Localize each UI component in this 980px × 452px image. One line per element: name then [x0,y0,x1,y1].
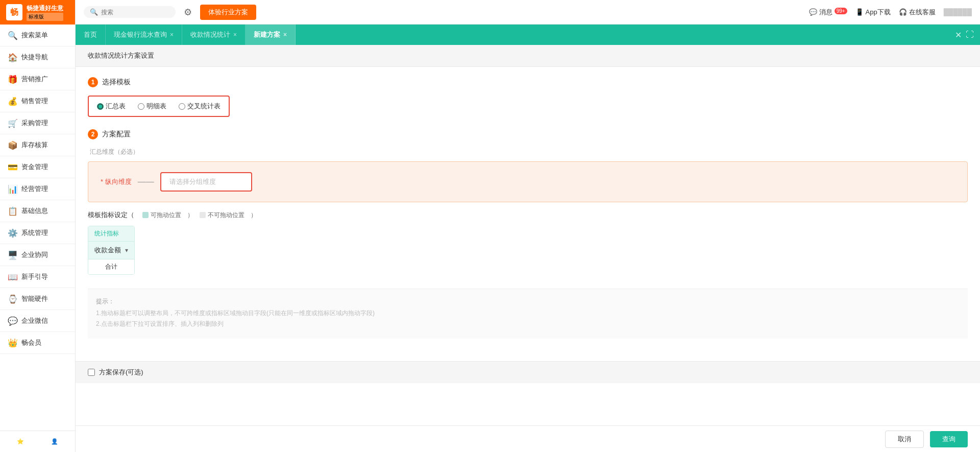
operations-icon: 📊 [8,184,17,194]
radio-detail-label: 明细表 [146,102,166,111]
download-icon: 📱 [855,8,864,16]
service-btn[interactable]: 🎧 在线客服 [899,8,936,17]
sidebar-item-sales[interactable]: 💰 销售管理 [0,90,75,112]
sidebar: 畅 畅捷通好生意 标准版 🔍 搜索菜单 🏠 快捷导航 🎁 营销推广 💰 销售管理… [0,0,76,452]
cancel-button[interactable]: 取消 [885,431,924,448]
metrics-section: 模板指标设定（ 可拖动位置 ） 不可拖动位置 [88,210,968,276]
search-icon: 🔍 [90,8,98,16]
step2-header: 2 方案配置 [88,129,968,139]
save-label: 方案保存(可选) [99,368,143,377]
tab-newplan-close[interactable]: × [283,31,287,38]
message-icon: 💬 [809,8,817,16]
logo-text: 畅捷通好生意 标准版 [27,4,63,21]
sidebar-item-operations[interactable]: 📊 经营管理 [0,178,75,200]
save-section: 方案保存(可选) [76,361,980,383]
sidebar-item-guide[interactable]: 📖 新手引导 [0,266,75,288]
tab-cashflow-label: 现金银行流水查询 [114,30,167,39]
stats-cell-text: 收款金额 [94,246,121,255]
sidebar-item-label: 销售管理 [21,97,48,106]
finance-icon: 💳 [8,162,17,172]
footer-bar: 取消 查询 [76,425,980,452]
tab-receipt[interactable]: 收款情况统计 × [182,25,246,45]
sidebar-item-search[interactable]: 🔍 搜索菜单 [0,25,75,46]
step2-title: 方案配置 [102,130,131,139]
sidebar-item-label: 库存核算 [21,140,48,150]
user-btn[interactable]: ██████ [944,8,972,16]
radio-cross[interactable]: 交叉统计表 [179,102,220,111]
message-count: 99+ [835,8,847,14]
sidebar-item-corp[interactable]: 🖥️ 企业协同 [0,244,75,266]
tips-item-1: 1.拖动标题栏可以调整布局，不可跨维度或指标区域拖动目字段(只能在同一维度或指标… [96,309,960,318]
stats-table-cell[interactable]: 收款金额 ▾ [88,242,134,259]
tabs-actions: ✕ ⛶ [949,30,980,40]
sidebar-item-basic[interactable]: 📋 基础信息 [0,200,75,222]
sidebar-item-quicknav[interactable]: 🏠 快捷导航 [0,46,75,68]
tab-expand-icon[interactable]: ⛶ [966,30,974,39]
sidebar-item-wechat[interactable]: 💬 企业微信 [0,310,75,332]
radio-summary-input[interactable] [97,103,104,110]
tips-item-2: 2.点击标题栏下拉可设置排序、插入列和删除列 [96,320,960,328]
sidebar-logo: 畅 畅捷通好生意 标准版 [0,0,75,25]
tab-close-all-icon[interactable]: ✕ [955,30,962,40]
wechat-icon: 💬 [8,316,17,325]
step1-section: 1 选择模板 汇总表 明细表 [88,77,968,117]
sidebar-item-label: 新手引导 [21,272,48,281]
message-btn[interactable]: 💬 消息 99+ [809,8,847,17]
sidebar-item-system[interactable]: ⚙️ 系统管理 [0,222,75,244]
tips-section: 提示： 1.拖动标题栏可以调整布局，不可跨维度或指标区域拖动目字段(只能在同一维… [88,289,968,339]
metrics-legend: 可拖动位置 ） 不可拖动位置 ） [142,211,257,220]
industry-btn[interactable]: 体验行业方案 [200,5,256,20]
marketing-icon: 🎁 [8,75,17,84]
page-body: 1 选择模板 汇总表 明细表 [76,67,980,361]
tips-title: 提示： [96,297,960,306]
stats-table: 统计指标 收款金额 ▾ 合计 [88,226,135,275]
sidebar-item-marketing[interactable]: 🎁 营销推广 [0,68,75,90]
vertical-dimension-label: * 纵向维度 [101,177,132,186]
dimension-row: * 纵向维度 —— 请选择分组维度 [101,172,955,192]
dimension-select[interactable]: 请选择分组维度 [160,172,252,192]
tab-cashflow[interactable]: 现金银行流水查询 × [106,25,182,45]
tab-cashflow-close[interactable]: × [170,31,174,38]
sidebar-item-label: 企业微信 [21,316,48,325]
metrics-separator: ） [187,211,193,220]
corp-icon: 🖥️ [8,250,17,259]
search-box[interactable]: 🔍 [84,6,176,18]
system-icon: ⚙️ [8,228,17,237]
sidebar-item-label: 经营管理 [21,184,48,194]
sidebar-item-purchase[interactable]: 🛒 采购管理 [0,112,75,134]
sidebar-item-label: 智能硬件 [21,294,48,303]
sidebar-item-hardware[interactable]: ⌚ 智能硬件 [0,288,75,310]
member-icon: 👑 [8,338,17,347]
logo-icon: 畅 [6,4,22,20]
tab-newplan[interactable]: 新建方案 × [246,25,296,45]
radio-summary[interactable]: 汇总表 [97,102,126,111]
sidebar-item-label: 资金管理 [21,162,48,172]
step1-title: 选择模板 [102,78,131,87]
settings-icon[interactable]: ⚙ [184,7,192,18]
sidebar-bottom-btn2[interactable]: 👤 [39,435,71,448]
tab-home[interactable]: 首页 [76,25,106,45]
query-button[interactable]: 查询 [930,431,968,447]
search-input[interactable] [101,9,169,16]
template-selection: 汇总表 明细表 交叉统计表 [88,96,230,117]
page-header: 收款情况统计方案设置 [76,45,980,67]
legend-draggable-dot [142,212,149,218]
radio-cross-input[interactable] [179,103,185,110]
sidebar-item-inventory[interactable]: 📦 库存核算 [0,134,75,156]
sidebar-bottom-btn1[interactable]: ⭐ [4,435,37,448]
sidebar-item-label: 基础信息 [21,206,48,216]
sidebar-item-member[interactable]: 👑 畅会员 [0,332,75,354]
sidebar-item-finance[interactable]: 💳 资金管理 [0,156,75,178]
step2-number: 2 [88,129,98,139]
sidebar-item-label: 采购管理 [21,118,48,128]
stats-dropdown-icon[interactable]: ▾ [125,247,128,254]
message-label: 消息 [819,8,832,17]
download-btn[interactable]: 📱 App下载 [855,8,891,17]
save-checkbox[interactable] [88,369,95,376]
basic-icon: 📋 [8,206,17,216]
download-label: App下载 [866,8,891,17]
tab-receipt-close[interactable]: × [233,31,237,38]
radio-detail-input[interactable] [138,103,144,110]
topbar-right: 💬 消息 99+ 📱 App下载 🎧 在线客服 ██████ [809,8,972,17]
radio-detail[interactable]: 明细表 [138,102,166,111]
